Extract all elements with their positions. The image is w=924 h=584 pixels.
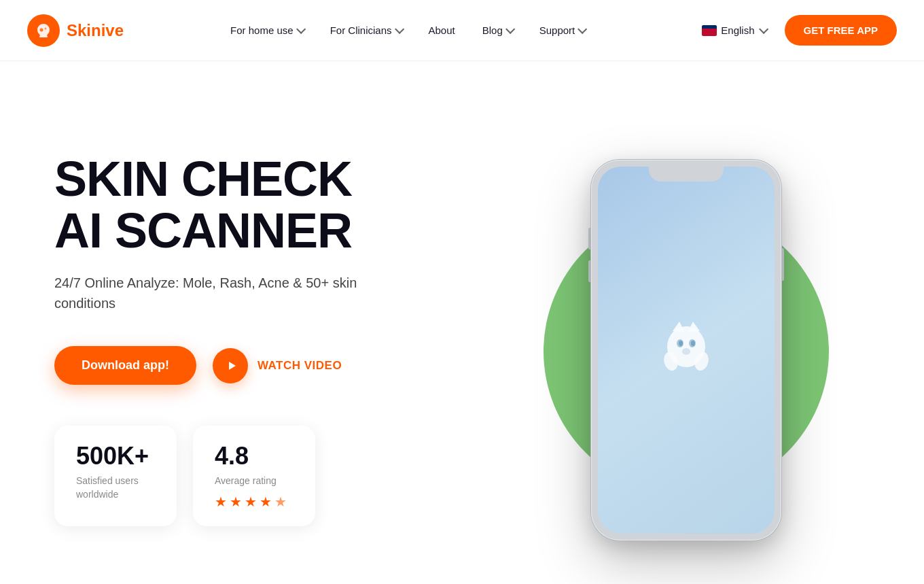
logo-icon <box>27 14 60 47</box>
chevron-down-icon <box>395 24 404 33</box>
hero-actions: Download app! WATCH VIDEO <box>54 346 476 385</box>
phone-mockup <box>591 160 781 540</box>
download-button[interactable]: Download app! <box>54 346 196 385</box>
app-screen-logo <box>649 313 724 388</box>
nav-right: English GET FREE APP <box>691 15 897 46</box>
chevron-down-icon <box>759 24 768 33</box>
users-label: Satisfied users worldwide <box>76 475 155 501</box>
stat-card-rating: 4.8 Average rating ★ ★ ★ ★ ★ <box>193 426 315 526</box>
phone-screen <box>598 167 775 534</box>
navbar: Skinive For home use For Clinicians Abou… <box>0 0 924 61</box>
chevron-down-icon <box>578 24 587 33</box>
flag-icon <box>702 25 717 36</box>
svg-point-9 <box>691 341 695 346</box>
nav-item-support[interactable]: Support <box>529 19 596 41</box>
phone-volume-btn-1 <box>588 228 591 250</box>
star-4: ★ <box>260 494 272 510</box>
hero-section: SKIN CHECK AI SCANNER 24/7 Online Analyz… <box>0 61 924 584</box>
star-rating: ★ ★ ★ ★ ★ <box>215 494 294 510</box>
rating-number: 4.8 <box>215 442 294 470</box>
language-selector[interactable]: English <box>691 19 776 41</box>
chevron-down-icon <box>505 24 515 33</box>
star-2: ★ <box>230 494 242 510</box>
svg-point-8 <box>679 341 683 346</box>
hero-subtitle: 24/7 Online Analyze: Mole, Rash, Acne & … <box>54 273 380 313</box>
hero-title: SKIN CHECK AI SCANNER <box>54 154 476 256</box>
hero-phone <box>476 102 897 578</box>
nav-item-about[interactable]: About <box>418 19 466 41</box>
phone-power-btn <box>781 248 784 281</box>
nav-item-clinicians[interactable]: For Clinicians <box>319 19 412 41</box>
nav-links: For home use For Clinicians About Blog S… <box>219 19 595 41</box>
svg-point-10 <box>682 348 690 355</box>
chevron-down-icon <box>296 24 306 33</box>
phone-notch <box>649 167 724 182</box>
svg-marker-2 <box>229 362 236 370</box>
svg-point-1 <box>45 27 47 29</box>
star-3: ★ <box>245 494 257 510</box>
watch-video-label: WATCH VIDEO <box>257 359 342 373</box>
phone-frame <box>591 160 781 540</box>
logo-text: Skinive <box>67 21 124 40</box>
nav-item-blog[interactable]: Blog <box>472 19 523 41</box>
rating-label: Average rating <box>215 475 294 488</box>
star-1: ★ <box>215 494 227 510</box>
star-half: ★ <box>274 494 287 510</box>
watch-video-link[interactable]: WATCH VIDEO <box>213 348 342 383</box>
get-free-app-button[interactable]: GET FREE APP <box>785 15 897 46</box>
nav-item-home-use[interactable]: For home use <box>219 19 314 41</box>
stat-card-users: 500K+ Satisfied users worldwide <box>54 426 177 526</box>
logo[interactable]: Skinive <box>27 14 124 47</box>
phone-volume-btn-2 <box>588 260 591 282</box>
users-count: 500K+ <box>76 442 155 470</box>
svg-point-0 <box>40 28 43 31</box>
play-button[interactable] <box>213 348 248 383</box>
stats-row: 500K+ Satisfied users worldwide 4.8 Aver… <box>54 426 476 526</box>
hero-content: SKIN CHECK AI SCANNER 24/7 Online Analyz… <box>54 154 476 526</box>
